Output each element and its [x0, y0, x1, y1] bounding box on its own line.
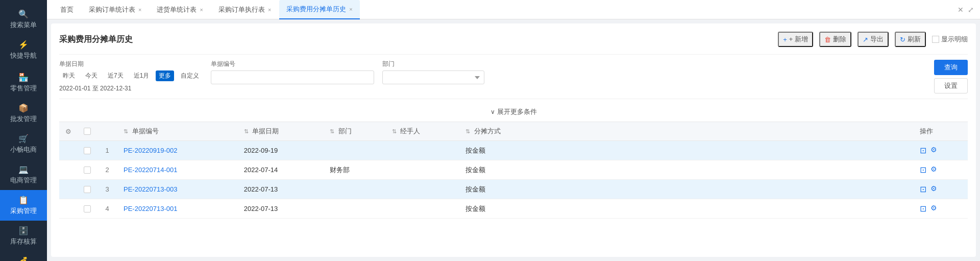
- sidebar-item-label: 小畅电商: [10, 145, 37, 154]
- date-filter-group: 单据日期 昨天 今天 近7天 近1月 更多 自定义 2022-01-01 至 2…: [59, 60, 203, 93]
- row-checkbox-2[interactable]: [84, 186, 91, 193]
- table-container: ⚙ ⇅ 单据编号 ⇅: [59, 122, 968, 219]
- dept-filter-group: 部门 财务部: [382, 60, 484, 84]
- refresh-button[interactable]: ↻ 刷新: [895, 32, 926, 47]
- wholesale-icon: 📦: [18, 103, 29, 113]
- dept-select[interactable]: 财务部: [382, 70, 484, 84]
- edit-btn-0[interactable]: ⚙: [930, 146, 937, 155]
- close-tab-inbound-stats[interactable]: ×: [200, 7, 203, 13]
- last1month-btn[interactable]: 近1月: [130, 70, 153, 81]
- td-doc-no-0: PE-20220919-002: [117, 141, 238, 160]
- td-check-2: [78, 180, 97, 199]
- close-tab-purchase-order-stats[interactable]: ×: [138, 7, 141, 13]
- tab-inbound-stats[interactable]: 进货单统计表 ×: [150, 0, 210, 19]
- last7days-btn[interactable]: 近7天: [104, 70, 127, 81]
- tab-purchase-order-stats[interactable]: 采购订单统计表 ×: [82, 0, 149, 19]
- th-doc-date: ⇅ 单据日期: [238, 122, 324, 141]
- ecommerce-icon: 💻: [18, 164, 29, 174]
- table-row: 4 PE-20220713-001 2022-07-13 按金额 ⊡ ⚙: [59, 199, 968, 219]
- chevron-down-icon: ∨: [491, 108, 495, 115]
- yesterday-btn[interactable]: 昨天: [59, 70, 79, 81]
- tab-purchase-order-exec[interactable]: 采购订单执行表 ×: [211, 0, 278, 19]
- view-btn-2[interactable]: ⊡: [920, 184, 926, 194]
- more-dates-btn[interactable]: 更多: [156, 70, 174, 81]
- edit-btn-3[interactable]: ⚙: [930, 204, 937, 213]
- row-checkbox-0[interactable]: [84, 147, 91, 154]
- td-settings-2: [59, 180, 78, 199]
- sidebar-item-quick-nav[interactable]: ⚡ 快捷导航: [0, 35, 47, 65]
- td-settings-1: [59, 160, 78, 180]
- sidebar-item-label: 库存核算: [10, 237, 37, 246]
- sort-icon: ⇅: [124, 128, 128, 134]
- query-button[interactable]: 查询: [934, 60, 968, 75]
- close-tab-purchase-cost-history[interactable]: ×: [349, 6, 352, 12]
- td-dept-0: [324, 141, 385, 160]
- show-columns-checkbox[interactable]: 显示明细: [932, 35, 968, 44]
- expand-more-conditions[interactable]: ∨ 展开更多条件: [59, 105, 968, 118]
- sidebar-item-wholesale[interactable]: 📦 批发管理: [0, 98, 47, 129]
- td-dept-3: [324, 199, 385, 219]
- tab-purchase-order-stats-label: 采购订单统计表: [89, 5, 135, 14]
- th-settings: ⚙: [59, 122, 78, 141]
- edit-btn-1[interactable]: ⚙: [930, 165, 937, 175]
- sidebar-item-finance[interactable]: 💰 资金管理: [0, 251, 47, 261]
- check-all-checkbox[interactable]: [84, 128, 91, 135]
- td-split-method-3: 按金额: [459, 199, 914, 219]
- row-checkbox-1[interactable]: [84, 167, 91, 174]
- doc-no-link-3[interactable]: PE-20220713-001: [124, 205, 178, 212]
- td-ops-2: ⊡ ⚙: [914, 180, 968, 199]
- sidebar-item-search[interactable]: 🔍 搜索菜单: [0, 4, 47, 35]
- delete-label: 删除: [833, 35, 846, 44]
- th-doc-no: ⇅ 单据编号: [117, 122, 238, 141]
- table-row: 2 PE-20220714-001 2022-07-14 财务部 按金额 ⊡ ⚙: [59, 160, 968, 180]
- td-doc-no-2: PE-20220713-003: [117, 180, 238, 199]
- sidebar-item-ecommerce[interactable]: 💻 电商管理: [0, 159, 47, 190]
- td-num-1: 2: [97, 160, 117, 180]
- sidebar-item-retail[interactable]: 🏪 零售管理: [0, 67, 47, 98]
- td-check-1: [78, 160, 97, 180]
- tab-home[interactable]: 首页: [53, 0, 81, 19]
- add-icon: +: [783, 36, 787, 43]
- doc-no-filter-group: 单据编号: [211, 60, 374, 84]
- quick-nav-icon: ⚡: [18, 40, 29, 50]
- sidebar-item-purchase[interactable]: 📋 采购管理: [0, 190, 47, 221]
- doc-no-input[interactable]: [211, 70, 374, 84]
- settings-icon[interactable]: ⚙: [65, 128, 71, 135]
- dept-label: 部门: [382, 60, 484, 68]
- view-btn-0[interactable]: ⊡: [920, 146, 926, 155]
- view-btn-1[interactable]: ⊡: [920, 165, 926, 175]
- td-ops-1: ⊡ ⚙: [914, 160, 968, 180]
- setting-button[interactable]: 设置: [934, 78, 968, 93]
- expand-window-icon[interactable]: ⤢: [968, 6, 974, 14]
- sidebar-item-mini-shop[interactable]: 🛒 小畅电商: [0, 129, 47, 159]
- filter-action-buttons: 查询 设置: [934, 60, 968, 93]
- doc-no-label: 单据编号: [211, 60, 374, 68]
- export-button[interactable]: ↗ 导出: [857, 32, 889, 47]
- today-btn[interactable]: 今天: [82, 70, 101, 81]
- header-actions: + + 新增 🗑 删除 ↗ 导出 ↻ 刷新 显示明细: [778, 32, 968, 47]
- date-filter-label: 单据日期: [59, 60, 203, 68]
- th-handler: ⇅ 经手人: [386, 122, 460, 141]
- tab-purchase-order-exec-label: 采购订单执行表: [218, 5, 265, 14]
- doc-no-link-0[interactable]: PE-20220919-002: [124, 147, 178, 154]
- row-checkbox-3[interactable]: [84, 205, 91, 212]
- close-all-tabs-icon[interactable]: ✕: [958, 6, 964, 14]
- td-split-method-2: 按金额: [459, 180, 914, 199]
- doc-no-link-1[interactable]: PE-20220714-001: [124, 166, 178, 174]
- custom-date-btn[interactable]: 自定义: [177, 70, 203, 81]
- delete-button[interactable]: 🗑 删除: [819, 32, 851, 47]
- view-btn-3[interactable]: ⊡: [920, 204, 926, 213]
- sidebar-item-inventory[interactable]: 🗄️ 库存核算: [0, 221, 47, 251]
- tab-purchase-cost-history[interactable]: 采购费用分摊单历史 ×: [279, 0, 359, 19]
- refresh-label: 刷新: [908, 35, 921, 44]
- search-icon: 🔍: [18, 9, 29, 19]
- doc-no-link-2[interactable]: PE-20220713-003: [124, 185, 178, 193]
- th-check: [78, 122, 97, 141]
- add-button[interactable]: + + 新增: [778, 32, 813, 47]
- sidebar-item-label: 快捷导航: [10, 51, 37, 60]
- close-tab-purchase-order-exec[interactable]: ×: [268, 7, 271, 13]
- edit-btn-2[interactable]: ⚙: [930, 184, 937, 194]
- finance-icon: 💰: [18, 256, 29, 261]
- td-doc-date-0: 2022-09-19: [238, 141, 324, 160]
- sidebar-item-label: 采购管理: [10, 206, 37, 216]
